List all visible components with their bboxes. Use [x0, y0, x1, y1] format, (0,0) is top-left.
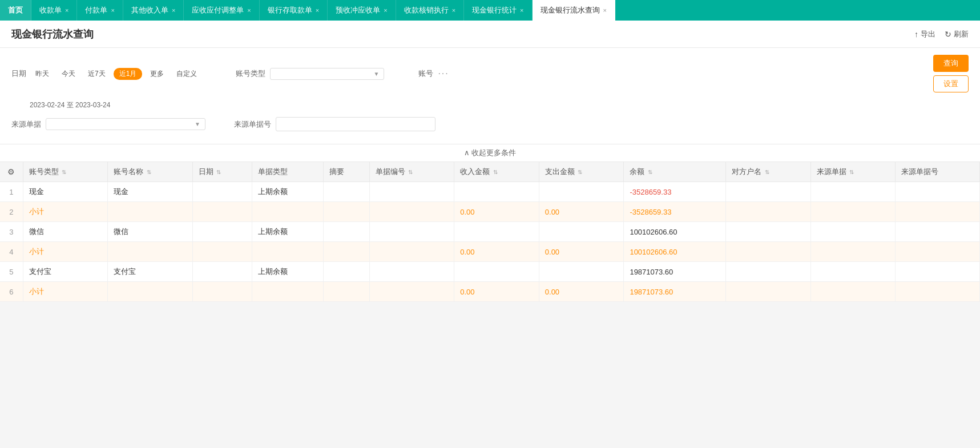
filter-area: 日期 昨天 今天 近7天 近1月 更多 自定义 账号类型 ▼	[0, 48, 980, 144]
table-cell	[192, 222, 252, 242]
nav-tab-1[interactable]: 付款单 ×	[77, 0, 123, 21]
more-dots[interactable]: ···	[438, 68, 449, 79]
nav-tab-7[interactable]: 现金银行统计 ×	[464, 0, 532, 21]
date-filter-row: 日期 昨天 今天 近7天 近1月 更多 自定义 账号类型 ▼	[11, 55, 969, 92]
source-doc-no-label: 来源单据号	[234, 119, 271, 130]
table-cell: 小计	[23, 202, 108, 222]
table-cell	[454, 222, 539, 242]
table-cell	[896, 242, 980, 262]
export-icon: ↑	[914, 30, 918, 39]
table-cell	[323, 202, 369, 222]
date-btn-custom[interactable]: 自定义	[172, 68, 201, 80]
table-cell: 1	[0, 182, 23, 202]
header-actions: ↑ 导出 ↻ 刷新	[914, 29, 969, 39]
source-doc-no-input[interactable]	[276, 117, 435, 131]
col-account-type[interactable]: 账号类型 ⇅	[23, 162, 108, 182]
source-doc-select[interactable]: ▼	[46, 118, 205, 130]
table-cell	[539, 262, 624, 282]
query-button[interactable]: 查询	[933, 55, 969, 72]
table-cell: 0.00	[539, 242, 624, 262]
date-btn-1month[interactable]: 近1月	[114, 68, 143, 80]
table-cell	[369, 182, 454, 202]
date-btn-today[interactable]: 今天	[57, 68, 80, 80]
account-type-label: 账号类型	[236, 68, 265, 79]
source-doc-row: 来源单据 ▼ 来源单据号	[11, 117, 969, 131]
date-btn-yesterday[interactable]: 昨天	[31, 68, 54, 80]
table-cell	[896, 282, 980, 302]
nav-tab-1-close[interactable]: ×	[111, 7, 114, 14]
table-cell	[252, 282, 323, 302]
table-cell	[323, 222, 369, 242]
table-row: 5支付宝支付宝上期余额19871073.60	[0, 262, 980, 282]
table-cell	[896, 182, 980, 202]
table-cell	[896, 222, 980, 242]
col-balance[interactable]: 余额 ⇅	[624, 162, 726, 182]
table-cell	[108, 282, 193, 302]
nav-tab-8[interactable]: 现金银行流水查询 ×	[533, 0, 615, 21]
col-counterpart-label: 对方户名	[732, 167, 761, 176]
chevron-down-icon: ▼	[373, 71, 379, 77]
table-row: 2小计0.000.00-3528659.33	[0, 202, 980, 222]
nav-home[interactable]: 首页	[0, 0, 31, 21]
col-doc-no[interactable]: 单据编号 ⇅	[369, 162, 454, 182]
nav-tab-2-close[interactable]: ×	[172, 7, 175, 14]
nav-tab-3[interactable]: 应收应付调整单 ×	[184, 0, 259, 21]
nav-tab-5-label: 预收冲应收单	[336, 5, 380, 15]
collapse-bar[interactable]: ∧ 收起更多条件	[0, 144, 980, 162]
table-header-row: ⚙ 账号类型 ⇅ 账号名称 ⇅ 日期 ⇅ 单据类型 摘要	[0, 162, 980, 182]
nav-tab-4-close[interactable]: ×	[316, 7, 319, 14]
nav-tab-0[interactable]: 收款单 ×	[31, 0, 77, 21]
col-date[interactable]: 日期 ⇅	[192, 162, 252, 182]
table-cell	[192, 282, 252, 302]
sort-icon-expense: ⇅	[578, 169, 582, 175]
table-cell: 4	[0, 242, 23, 262]
col-counterpart[interactable]: 对方户名 ⇅	[726, 162, 811, 182]
export-button[interactable]: ↑ 导出	[914, 29, 935, 39]
table-cell	[454, 182, 539, 202]
settings-button[interactable]: 设置	[933, 75, 969, 92]
date-shortcuts: 昨天 今天 近7天 近1月 更多 自定义	[31, 68, 201, 80]
nav-tab-2[interactable]: 其他收入单 ×	[123, 0, 184, 21]
refresh-icon: ↻	[945, 30, 951, 39]
col-summary[interactable]: 摘要	[323, 162, 369, 182]
col-doc-no-label: 单据编号	[376, 167, 405, 176]
account-label: 账号	[418, 68, 433, 79]
nav-tab-3-label: 应收应付调整单	[192, 5, 244, 15]
nav-tab-6-close[interactable]: ×	[452, 7, 455, 14]
nav-tab-6[interactable]: 收款核销执行 ×	[396, 0, 464, 21]
table-cell	[369, 202, 454, 222]
nav-tab-5[interactable]: 预收冲应收单 ×	[328, 0, 396, 21]
col-account-name[interactable]: 账号名称 ⇅	[108, 162, 193, 182]
account-type-select[interactable]: ▼	[270, 68, 384, 80]
action-buttons: 查询 设置	[933, 55, 969, 92]
table-row: 1现金现金上期余额-3528659.33	[0, 182, 980, 202]
table-cell: 0.00	[454, 202, 539, 222]
nav-tab-3-close[interactable]: ×	[247, 7, 251, 14]
col-source-doc[interactable]: 来源单据 ⇅	[810, 162, 896, 182]
page-title: 现金银行流水查询	[11, 27, 94, 41]
nav-tab-4[interactable]: 银行存取款单 ×	[260, 0, 328, 21]
page-header: 现金银行流水查询 ↑ 导出 ↻ 刷新	[0, 21, 980, 48]
table-cell	[252, 202, 323, 222]
table-row: 3微信微信上期余额100102606.60	[0, 222, 980, 242]
nav-tab-5-close[interactable]: ×	[384, 7, 387, 14]
refresh-button[interactable]: ↻ 刷新	[945, 29, 969, 39]
col-expense[interactable]: 支出金额 ⇅	[539, 162, 624, 182]
col-income-label: 收入金额	[460, 167, 490, 176]
col-source-doc-no[interactable]: 来源单据号	[896, 162, 980, 182]
table-cell	[369, 282, 454, 302]
date-btn-7days[interactable]: 近7天	[83, 68, 110, 80]
table-cell: 0.00	[454, 242, 539, 262]
nav-tab-0-close[interactable]: ×	[65, 7, 68, 14]
account-type-group: 账号类型 ▼	[236, 68, 384, 80]
table-cell	[108, 242, 193, 262]
col-income[interactable]: 收入金额 ⇅	[454, 162, 539, 182]
table-cell: 上期余额	[252, 222, 323, 242]
col-settings[interactable]: ⚙	[0, 162, 23, 182]
table-cell	[726, 222, 811, 242]
table-cell	[896, 202, 980, 222]
nav-tab-7-close[interactable]: ×	[520, 7, 523, 14]
col-doc-type[interactable]: 单据类型	[252, 162, 323, 182]
nav-tab-8-close[interactable]: ×	[603, 7, 607, 14]
date-btn-more[interactable]: 更多	[146, 68, 168, 80]
